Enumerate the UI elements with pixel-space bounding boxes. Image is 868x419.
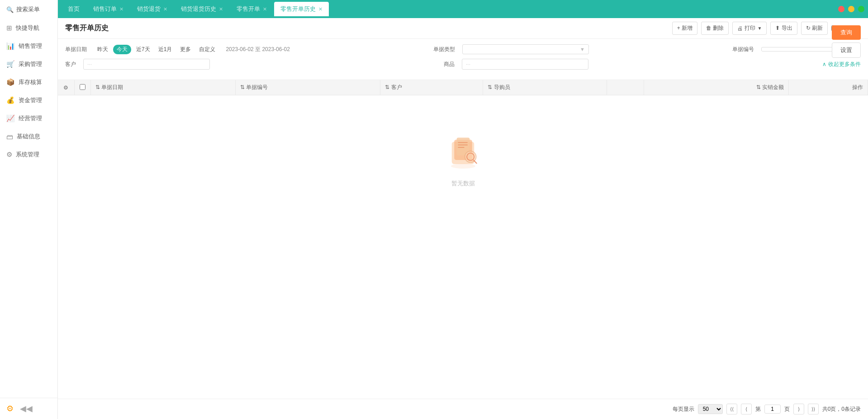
- filter-row-2: 客户 ··· 商品 ··· ∧ 收起更多条件: [65, 59, 861, 70]
- delete-button[interactable]: 🗑 删除: [701, 22, 729, 35]
- svg-line-9: [474, 160, 476, 163]
- customer-filter-label: 客户: [65, 61, 76, 68]
- date-btn-custom[interactable]: 自定义: [196, 45, 218, 54]
- th-number[interactable]: ⇅ 单据编号: [235, 80, 380, 95]
- th-customer[interactable]: ⇅ 客户: [380, 80, 483, 95]
- date-btn-today[interactable]: 今天: [113, 45, 131, 54]
- quick-nav-icon: ⊞: [6, 24, 12, 32]
- page-suffix: 页: [784, 405, 790, 413]
- search-icon: 🔍: [6, 6, 14, 13]
- tab-close-retail-history[interactable]: ✕: [318, 6, 323, 12]
- sidebar-item-purchase-mgmt[interactable]: 🛒采购管理: [0, 55, 57, 73]
- empty-text: 暂无数据: [451, 179, 475, 188]
- prev-page-btn[interactable]: ⟨: [741, 404, 752, 414]
- collapse-label: 收起更多条件: [828, 61, 861, 68]
- per-page-select[interactable]: 10 20 50 100: [698, 404, 723, 414]
- empty-state: 暂无数据: [58, 95, 868, 224]
- sort-icon: ⇅: [385, 84, 389, 90]
- table-header-row: ⚙ ⇅ 单据日期 ⇅ 单据编号 ⇅ 客户 ⇅ 导购员 ⇅ 实销金额 操作: [58, 80, 868, 95]
- tab-retail-open[interactable]: 零售开单✕: [230, 2, 273, 16]
- tab-close-sales-return-history[interactable]: ✕: [219, 6, 223, 12]
- tab-retail-history[interactable]: 零售开单历史✕: [274, 2, 329, 16]
- win-close-btn[interactable]: [838, 6, 844, 12]
- sidebar-item-sales-mgmt[interactable]: 📊销售管理: [0, 37, 57, 55]
- collapse-icon: ∧: [822, 61, 826, 67]
- sidebar-item-operation[interactable]: 📈经营管理: [0, 109, 57, 127]
- window-controls: [838, 6, 864, 12]
- date-btn-last7[interactable]: 近7天: [133, 45, 153, 54]
- page-label: 第: [755, 405, 761, 413]
- customer-input[interactable]: ···: [83, 59, 210, 70]
- sales-mgmt-icon: 📊: [6, 42, 15, 50]
- date-btn-yesterday[interactable]: 昨天: [94, 45, 111, 54]
- system-icon: ⚙: [6, 151, 12, 159]
- filter-row-1: 单据日期 昨天今天近7天近1月更多自定义 2023-06-02 至 2023-0…: [65, 44, 861, 54]
- date-filter-label: 单据日期: [65, 46, 87, 53]
- sidebar-search-label: 搜索采单: [16, 5, 40, 14]
- setting-button[interactable]: 设置: [832, 42, 861, 58]
- page-title: 零售开单历史: [65, 24, 669, 33]
- add-button[interactable]: + 新增: [672, 22, 697, 35]
- total-records: 共0页，0条记录: [822, 405, 861, 413]
- sidebar-bottom: ⚙ ◀◀: [0, 398, 57, 419]
- type-select-arrow: ▼: [580, 47, 585, 52]
- goods-filter-label: 商品: [444, 61, 455, 68]
- number-filter-label: 单据编号: [732, 46, 754, 53]
- next-page-btn[interactable]: ⟩: [793, 404, 804, 414]
- print-dropdown-icon: ▼: [757, 26, 762, 31]
- tab-close-retail-open[interactable]: ✕: [263, 6, 267, 12]
- sidebar-search[interactable]: 🔍 搜索采单: [0, 0, 57, 19]
- content-area: 零售开单历史 + 新增 🗑 删除 🖨 打印 ▼ ⬆ 导出 ↻ 刷新 显示明细 单…: [58, 18, 868, 419]
- filter-area: 单据日期 昨天今天近7天近1月更多自定义 2023-06-02 至 2023-0…: [58, 39, 868, 80]
- win-min-btn[interactable]: [848, 6, 854, 12]
- sidebar-item-basic-info[interactable]: 🗃基础信息: [0, 127, 57, 146]
- tab-close-sales-order[interactable]: ✕: [119, 6, 123, 12]
- th-salesperson[interactable]: ⇅ 导购员: [483, 80, 607, 95]
- sort-icon: ⇅: [488, 84, 492, 90]
- collapse-sidebar-icon[interactable]: ◀◀: [20, 404, 33, 414]
- sidebar-item-quick-nav[interactable]: ⊞快捷导航: [0, 19, 57, 37]
- print-button[interactable]: 🖨 打印 ▼: [732, 22, 767, 35]
- svg-point-0: [451, 164, 475, 169]
- query-button[interactable]: 查询: [832, 25, 861, 40]
- th-operations: 操作: [788, 80, 868, 95]
- date-btn-last1month[interactable]: 近1月: [155, 45, 175, 54]
- page-number-input[interactable]: [764, 405, 781, 414]
- inventory-icon: 📦: [6, 78, 15, 86]
- sidebar: 🔍 搜索采单 ⊞快捷导航📊销售管理🛒采购管理📦库存核算💰资金管理📈经营管理🗃基础…: [0, 0, 58, 419]
- last-page-btn[interactable]: ⟩⟩: [808, 404, 819, 414]
- tab-sales-return-history[interactable]: 销货退货历史✕: [175, 2, 229, 16]
- tab-bar: 首页销售订单✕销货退货✕销货退货历史✕零售开单✕零售开单历史✕: [58, 0, 868, 18]
- type-select[interactable]: ▼: [462, 44, 589, 54]
- sort-icon: ⇅: [240, 84, 245, 90]
- action-buttons: 查询 设置: [832, 25, 861, 58]
- th-checkbox[interactable]: [74, 80, 90, 95]
- sidebar-item-finance[interactable]: 💰资金管理: [0, 91, 57, 109]
- customer-dots: ···: [87, 61, 92, 67]
- collapse-button[interactable]: ∧ 收起更多条件: [822, 61, 861, 68]
- tab-sales-return[interactable]: 销货退货✕: [131, 2, 174, 16]
- first-page-btn[interactable]: ⟨⟨: [726, 404, 737, 414]
- th-amount[interactable]: ⇅ 实销金额: [644, 80, 788, 95]
- per-page-label: 每页显示: [673, 405, 694, 413]
- print-icon: 🖨: [737, 25, 743, 32]
- th-settings[interactable]: ⚙: [58, 80, 74, 95]
- win-max-btn[interactable]: [858, 6, 864, 12]
- tab-close-sales-return[interactable]: ✕: [163, 6, 167, 12]
- sidebar-item-inventory[interactable]: 📦库存核算: [0, 73, 57, 91]
- operation-icon: 📈: [6, 114, 15, 122]
- tab-sales-order[interactable]: 销售订单✕: [87, 2, 130, 16]
- purchase-mgmt-icon: 🛒: [6, 60, 15, 68]
- date-btn-more[interactable]: 更多: [177, 45, 194, 54]
- goods-input[interactable]: ···: [462, 59, 588, 70]
- data-table: ⚙ ⇅ 单据日期 ⇅ 单据编号 ⇅ 客户 ⇅ 导购员 ⇅ 实销金额 操作: [58, 80, 868, 95]
- sidebar-item-system[interactable]: ⚙系统管理: [0, 146, 57, 164]
- tab-home[interactable]: 首页: [62, 2, 86, 16]
- settings-icon[interactable]: ⚙: [6, 404, 14, 414]
- empty-icon: [443, 132, 484, 172]
- th-date[interactable]: ⇅ 单据日期: [90, 80, 235, 95]
- export-button[interactable]: ⬆ 导出: [770, 22, 797, 35]
- sort-icon: ⇅: [95, 84, 100, 90]
- refresh-button[interactable]: ↻ 刷新: [801, 22, 828, 35]
- sort-icon: ⇅: [756, 84, 761, 90]
